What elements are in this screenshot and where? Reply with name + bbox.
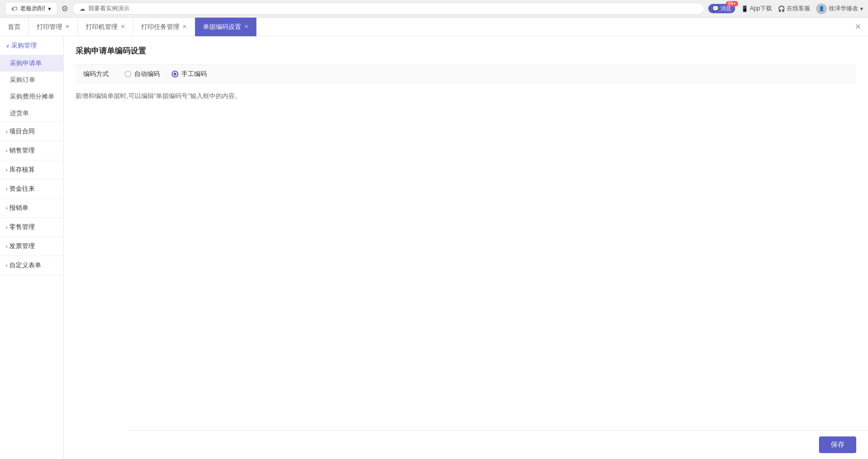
sidebar-group-returns-label: 报销单 — [9, 204, 28, 212]
sidebar-group-capital-label: 资金往来 — [9, 184, 35, 193]
tab-printer-mgmt-close[interactable]: ✕ — [121, 24, 125, 30]
sidebar-group-inventory: › 库存核算 — [0, 160, 63, 179]
sidebar-group-project: › 项目合同 — [0, 122, 63, 141]
encoding-label: 编码方式 — [83, 70, 113, 78]
sidebar-group-project-label: 项目合同 — [9, 127, 35, 136]
browser-address-bar[interactable]: ☁ 我要看实例演示 — [72, 2, 704, 15]
content-header: 采购申请单编码设置 — [64, 36, 868, 64]
tab-printer-mgmt[interactable]: 打印机管理 ✕ — [78, 18, 133, 36]
online-service-label: 在线客服 — [787, 4, 810, 13]
sidebar-group-inventory-label: 库存核算 — [9, 165, 35, 174]
user-profile[interactable]: 👤 徐泽华修改 ▾ — [816, 3, 863, 14]
sidebar-item-purchase-goods-label: 进货单 — [10, 109, 29, 117]
sidebar-group-purchase: ∨ 采购管理 采购申请单 采购订单 采购费用分摊单 进货单 — [0, 36, 63, 122]
app-tabs-bar: 首页 打印管理 ✕ 打印机管理 ✕ 打印任务管理 ✕ 单据编码设置 ✕ ✕ — [0, 18, 868, 36]
sidebar-group-invoice-label: 发票管理 — [9, 242, 35, 251]
main-layout: ∨ 采购管理 采购申请单 采购订单 采购费用分摊单 进货单 › 项目合同 — [0, 36, 868, 459]
tab-home[interactable]: 首页 — [0, 18, 29, 36]
sidebar-item-purchase-order[interactable]: 采购订单 — [0, 72, 63, 88]
sidebar-item-purchase-request-label: 采购申请单 — [10, 59, 42, 67]
message-button[interactable]: 💬 消息 99+ — [708, 4, 735, 13]
sidebar-group-capital-header[interactable]: › 资金往来 — [0, 179, 63, 198]
sidebar-group-project-header[interactable]: › 项目合同 — [0, 122, 63, 141]
tab-single-code-label: 单据编码设置 — [203, 23, 241, 31]
tab-print-mgmt-close[interactable]: ✕ — [65, 24, 70, 30]
chat-icon: 💬 — [712, 5, 719, 12]
sidebar-group-sales-label: 销售管理 — [9, 146, 35, 155]
sidebar: ∨ 采购管理 采购申请单 采购订单 采购费用分摊单 进货单 › 项目合同 — [0, 36, 64, 459]
sidebar-group-retail: › 零售管理 — [0, 218, 63, 237]
browser-tab[interactable]: 🏷 老板勿削! ▾ — [5, 2, 57, 15]
sidebar-group-sales-header[interactable]: › 销售管理 — [0, 141, 63, 160]
tab-print-mgmt[interactable]: 打印管理 ✕ — [29, 18, 78, 36]
sidebar-group-purchase-header[interactable]: ∨ 采购管理 — [0, 36, 63, 55]
sidebar-item-purchase-goods[interactable]: 进货单 — [0, 105, 63, 122]
tab-print-task-label: 打印任务管理 — [141, 23, 179, 31]
hint-text: 新增和编辑单据时,可以编辑"单据编码号"输入框中的内容。 — [75, 84, 856, 108]
radio-manual-label: 手工编码 — [181, 70, 207, 78]
radio-manual-option[interactable]: 手工编码 — [172, 70, 207, 78]
chevron-right-icon-8: › — [6, 263, 7, 268]
app-download-button[interactable]: 📱 App下载 — [741, 4, 772, 13]
sidebar-group-purchase-label: 采购管理 — [11, 41, 37, 50]
sidebar-group-retail-label: 零售管理 — [9, 223, 35, 231]
radio-auto-label: 自动编码 — [134, 70, 160, 78]
encoding-section: 编码方式 自动编码 手工编码 新增和编辑单据时,可以编辑"单据编码号"输入框中的… — [64, 64, 868, 108]
save-button[interactable]: 保存 — [819, 436, 856, 453]
page-title: 采购申请单编码设置 — [75, 46, 856, 56]
online-service-button[interactable]: 🎧 在线客服 — [778, 4, 810, 13]
chevron-right-icon-7: › — [6, 244, 7, 249]
chevron-right-icon-3: › — [6, 167, 7, 173]
app-icon: 📱 — [741, 5, 748, 12]
sidebar-group-invoice: › 发票管理 — [0, 237, 63, 256]
tab-home-label: 首页 — [8, 23, 21, 31]
browser-settings-icon[interactable]: ⚙ — [61, 4, 68, 13]
tab-printer-mgmt-label: 打印机管理 — [86, 23, 118, 31]
user-icon: 👤 — [818, 6, 824, 11]
browser-bar: 🏷 老板勿削! ▾ ⚙ ☁ 我要看实例演示 💬 消息 99+ 📱 App下载 🎧… — [0, 0, 868, 18]
sidebar-item-purchase-expense-label: 采购费用分摊单 — [10, 93, 54, 100]
app-download-label: App下载 — [750, 4, 772, 13]
global-close-button[interactable]: ✕ — [848, 22, 868, 31]
user-dropdown-icon: ▾ — [860, 5, 863, 12]
radio-manual-circle — [172, 71, 178, 77]
service-icon: 🎧 — [778, 5, 785, 12]
sidebar-group-inventory-header[interactable]: › 库存核算 — [0, 160, 63, 179]
tab-title: 老板勿削! — [20, 4, 45, 13]
tab-single-code-close[interactable]: ✕ — [244, 24, 248, 30]
chevron-right-icon-6: › — [6, 225, 7, 230]
sidebar-group-capital: › 资金往来 — [0, 179, 63, 199]
radio-auto-option[interactable]: 自动编码 — [124, 70, 160, 78]
sidebar-item-purchase-order-label: 采购订单 — [10, 76, 35, 83]
tab-print-task-close[interactable]: ✕ — [182, 24, 187, 30]
chevron-right-icon-2: › — [6, 148, 7, 153]
username-label: 徐泽华修改 — [829, 4, 858, 13]
sidebar-group-custom-label: 自定义表单 — [9, 261, 41, 270]
address-text: 我要看实例演示 — [88, 4, 129, 13]
sidebar-group-invoice-header[interactable]: › 发票管理 — [0, 237, 63, 255]
sidebar-item-purchase-expense[interactable]: 采购费用分摊单 — [0, 88, 63, 105]
encoding-row: 编码方式 自动编码 手工编码 — [75, 64, 856, 84]
tab-favicon: 🏷 — [11, 5, 17, 12]
sidebar-group-retail-header[interactable]: › 零售管理 — [0, 218, 63, 236]
avatar: 👤 — [816, 3, 827, 14]
tab-print-mgmt-label: 打印管理 — [37, 23, 62, 31]
tab-print-task[interactable]: 打印任务管理 ✕ — [133, 18, 195, 36]
cloud-icon: ☁ — [79, 5, 85, 12]
content-footer: 保存 — [127, 430, 868, 459]
chevron-down-icon: ∨ — [6, 43, 9, 49]
sidebar-group-returns-header[interactable]: › 报销单 — [0, 199, 63, 217]
chevron-right-icon-4: › — [6, 186, 7, 192]
browser-right-actions: 💬 消息 99+ 📱 App下载 🎧 在线客服 👤 徐泽华修改 ▾ — [708, 3, 863, 14]
content-area: 采购申请单编码设置 编码方式 自动编码 手工编码 新增和编辑单据时,可以编辑"单… — [64, 36, 868, 459]
radio-auto-circle — [124, 71, 131, 77]
radio-dot — [174, 73, 176, 76]
chevron-right-icon: › — [6, 129, 7, 134]
sidebar-item-purchase-request[interactable]: 采购申请单 — [0, 55, 63, 72]
message-badge: 99+ — [726, 1, 738, 6]
sidebar-group-sales: › 销售管理 — [0, 141, 63, 160]
tab-dropdown-icon[interactable]: ▾ — [48, 5, 51, 12]
tab-single-code[interactable]: 单据编码设置 ✕ — [195, 18, 257, 36]
sidebar-group-returns: › 报销单 — [0, 199, 63, 218]
sidebar-group-custom-header[interactable]: › 自定义表单 — [0, 256, 63, 275]
